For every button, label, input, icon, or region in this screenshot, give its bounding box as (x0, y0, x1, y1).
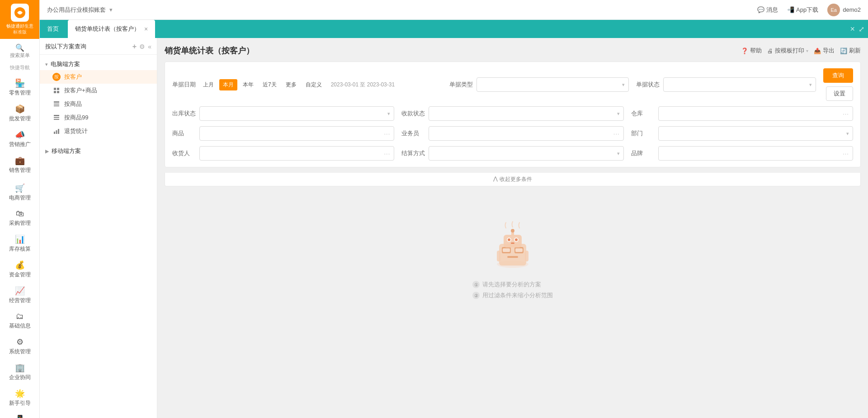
print-button[interactable]: 🖨 按模板打印 ▾ (767, 47, 808, 55)
date-tab-this-year[interactable]: 本年 (239, 79, 257, 90)
sales-label: 销售管理 (9, 166, 31, 174)
scheme-item-by-goods[interactable]: 按商品 (40, 97, 157, 111)
goods-field: 商品 ··· (172, 126, 394, 141)
sidebar-item-basic[interactable]: 🗂 基础信息 (0, 308, 39, 333)
salesperson-label: 业务员 (401, 129, 425, 138)
date-tab-this-month[interactable]: 本月 (219, 79, 237, 90)
page-actions: ❓ 帮助 🖨 按模板打印 ▾ 📤 导出 🔄 刷新 (741, 47, 861, 55)
sidebar-item-system[interactable]: ⚙ 系统管理 (0, 333, 39, 359)
empty-tip-1: ① 请先选择要分析的方案 (472, 280, 553, 289)
tab-minimize-icon[interactable]: × (850, 24, 855, 34)
tab-bar: 首页 销货单统计表（按客户） × × ⤢ (40, 20, 868, 38)
date-label: 单据日期 (172, 81, 196, 89)
help-button[interactable]: ❓ 帮助 (741, 47, 762, 55)
sidebar-item-operation[interactable]: 📈 经营管理 (0, 282, 39, 308)
print-arrow: ▾ (806, 48, 808, 53)
scheme-collapse-icon[interactable]: « (148, 43, 151, 50)
svg-rect-3 (57, 88, 59, 90)
goods-control[interactable]: ··· (199, 126, 394, 141)
tab-active[interactable]: 销货单统计表（按客户） × (68, 20, 155, 38)
receiver-control[interactable]: ··· (199, 146, 394, 161)
sidebar-item-enterprise[interactable]: 🏢 企业协同 (0, 359, 39, 385)
brand-dots: ··· (843, 150, 849, 157)
sidebar-item-wholesale[interactable]: 📦 批发管理 (0, 100, 39, 126)
sidebar-item-marketing[interactable]: 📣 营销推广 (0, 126, 39, 152)
sidebar-item-ecom[interactable]: 🛒 电商管理 (0, 180, 39, 205)
bill-type-control[interactable]: ▾ (476, 77, 629, 92)
logo-text: 畅捷通好生意 (6, 23, 33, 29)
warehouse-dots: ··· (843, 110, 849, 117)
brand-control[interactable]: ··· (658, 146, 853, 161)
app-download-button[interactable]: 📲 App下载 (787, 6, 818, 14)
desktop-section-label: 电脑端方案 (51, 60, 80, 68)
bill-status-control[interactable]: ▾ (663, 77, 816, 92)
date-tab-last-month[interactable]: 上月 (199, 79, 217, 90)
scheme-panel-header: 按以下方案查询 + ⚙ « (40, 38, 157, 55)
page-title: 销货单统计表（按客户） (165, 45, 254, 56)
ecom-label: 电商管理 (9, 194, 31, 202)
retail-icon: 🏪 (15, 78, 25, 88)
industry-dropdown-arrow[interactable]: ▾ (109, 6, 113, 13)
help-label: 帮助 (750, 47, 762, 55)
scheme-item-by-goods99[interactable]: 按商品99 (40, 111, 157, 124)
user-profile-button[interactable]: Ea demo2 (827, 4, 861, 16)
payment-method-arrow: ▾ (617, 151, 620, 157)
tab-close-icon[interactable]: × (144, 25, 148, 33)
scheme-mobile-section: ▶ 移动端方案 (40, 142, 157, 161)
desktop-section-arrow: ▾ (45, 62, 48, 67)
date-tab-custom[interactable]: 自定义 (302, 79, 326, 90)
collapse-bar[interactable]: ⋀ 收起更多条件 (165, 173, 861, 186)
svg-point-1 (19, 11, 21, 14)
scheme-panel-title: 按以下方案查询 (45, 43, 86, 51)
sales-icon: 💼 (15, 156, 25, 166)
basic-label: 基础信息 (9, 322, 31, 330)
scheme-item-label-3: 退货统计 (64, 127, 88, 135)
desktop-section-toggle[interactable]: ▾ 电脑端方案 (40, 58, 157, 70)
user-name: demo2 (843, 6, 861, 13)
scheme-item-by-customer[interactable]: 按 按客户 (40, 70, 157, 84)
basic-icon: 🗂 (16, 312, 24, 321)
filter-button-col: 查询 设置 (823, 68, 853, 101)
sidebar-item-finance[interactable]: 💰 资金管理 (0, 256, 39, 282)
message-icon: 💬 (757, 6, 764, 13)
receipt-status-control[interactable]: ▾ (429, 106, 623, 121)
tip-text-1: 请先选择要分析的方案 (482, 280, 541, 289)
settings-button[interactable]: 设置 (826, 86, 853, 101)
scheme-icon-table1 (52, 100, 61, 108)
sidebar-item-retail[interactable]: 🏪 零售管理 (0, 75, 39, 100)
scheme-add-icon[interactable]: + (132, 43, 137, 51)
print-icon: 🖨 (767, 48, 773, 54)
empty-tip-2: ② 用过滤条件来缩小分析范围 (472, 291, 553, 299)
mobile-section-label: 移动端方案 (52, 147, 81, 155)
warehouse-control[interactable]: ··· (658, 106, 853, 121)
main-panel: 销货单统计表（按客户） ❓ 帮助 🖨 按模板打印 ▾ 📤 导出 (157, 38, 868, 418)
query-button[interactable]: 查询 (823, 68, 853, 83)
tab-home[interactable]: 首页 (40, 20, 66, 38)
sidebar-item-stock[interactable]: 📊 库存核算 (0, 231, 39, 256)
out-status-control[interactable]: ▾ (199, 106, 394, 121)
date-tab-more[interactable]: 更多 (282, 79, 300, 90)
tab-maximize-icon[interactable]: ⤢ (859, 25, 864, 33)
wholesale-label: 批发管理 (9, 115, 31, 123)
page-title-bar: 销货单统计表（按客户） ❓ 帮助 🖨 按模板打印 ▾ 📤 导出 (165, 45, 861, 56)
sidebar-search[interactable]: 🔍 搜索菜单 (0, 39, 39, 62)
date-tab-7days[interactable]: 近7天 (259, 79, 280, 90)
scheme-settings-icon[interactable]: ⚙ (139, 43, 145, 50)
export-button[interactable]: 📤 导出 (814, 47, 835, 55)
filter-row-3: 商品 ··· 业务员 ··· 部门 (172, 126, 853, 141)
sidebar-logo: 畅捷通好生意 标准版 (0, 0, 39, 39)
marketing-label: 营销推广 (9, 141, 31, 148)
scheme-item-return-stats[interactable]: 退货统计 (40, 124, 157, 138)
mobile-section-toggle[interactable]: ▶ 移动端方案 (40, 145, 157, 157)
scheme-item-customer-goods[interactable]: 按客户+商品 (40, 84, 157, 97)
svg-rect-10 (54, 117, 59, 118)
refresh-button[interactable]: 🔄 刷新 (840, 47, 861, 55)
sidebar-item-sales[interactable]: 💼 销售管理 (0, 152, 39, 178)
department-control[interactable]: ▾ (658, 126, 853, 141)
sidebar-item-app-center[interactable]: 📱 应用中心 (0, 411, 39, 418)
sidebar-item-purchase[interactable]: 🛍 采购管理 (0, 205, 39, 231)
message-button[interactable]: 💬 消息 (757, 6, 778, 14)
sidebar-item-newbie[interactable]: 🌟 新手引导 (0, 385, 39, 411)
payment-method-control[interactable]: ▾ (429, 146, 623, 161)
salesperson-control[interactable]: ··· (429, 126, 623, 141)
